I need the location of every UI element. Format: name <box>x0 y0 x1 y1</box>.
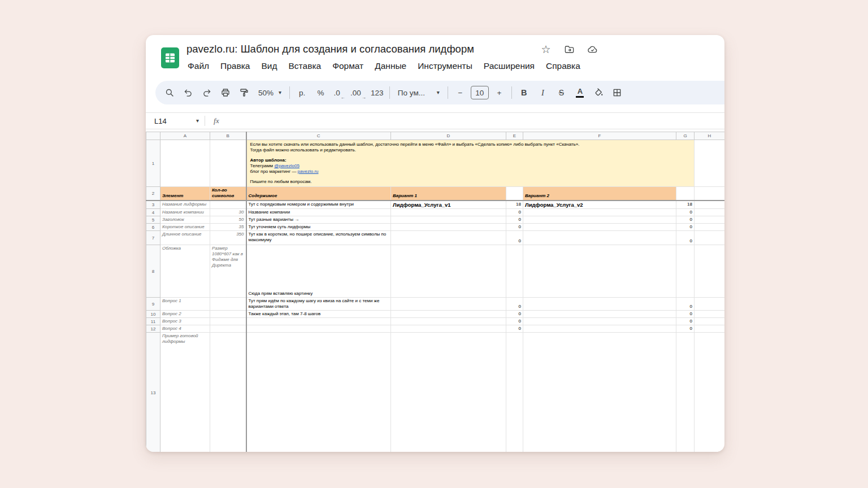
row-header[interactable]: 13 <box>146 333 160 452</box>
number-format-button[interactable]: 123 <box>368 84 387 101</box>
row-header[interactable]: 7 <box>146 231 160 245</box>
paint-format-button[interactable] <box>235 84 253 101</box>
cell[interactable]: 30 <box>210 209 246 216</box>
cell[interactable] <box>246 333 391 452</box>
increase-font-size-button[interactable]: + <box>490 84 509 101</box>
decrease-font-size-button[interactable]: − <box>451 84 470 101</box>
row-header[interactable]: 5 <box>146 216 160 224</box>
row-header[interactable]: 11 <box>146 318 160 325</box>
cell[interactable]: Тут прям идём по каждому шагу из квиза н… <box>246 298 391 311</box>
cell[interactable]: 0 <box>676 224 695 231</box>
zoom-select[interactable]: 50% ▾ <box>253 84 287 101</box>
header-cell-char-count[interactable]: Кол-во символов <box>210 187 246 201</box>
select-all-corner[interactable] <box>146 132 160 140</box>
cell[interactable] <box>695 333 725 452</box>
blog-link[interactable]: pavezlo.ru <box>298 169 319 174</box>
cell[interactable]: Тут уточняем суть лидформы <box>246 224 391 231</box>
header-cell-variant1[interactable]: Вариант 1 <box>391 187 506 201</box>
menu-format[interactable]: Формат <box>327 59 369 73</box>
cell[interactable] <box>391 231 506 245</box>
undo-button[interactable] <box>179 84 197 101</box>
bold-button[interactable]: B <box>515 84 533 101</box>
cell[interactable]: 0 <box>506 209 523 216</box>
cell[interactable] <box>676 333 695 452</box>
header-cell-content[interactable]: Содержимое <box>246 187 391 201</box>
cell[interactable]: 0 <box>506 311 523 318</box>
cell[interactable]: 0 <box>676 209 695 216</box>
cell[interactable]: 0 <box>676 216 695 224</box>
cell[interactable] <box>523 298 676 311</box>
cell[interactable] <box>391 216 506 224</box>
cell[interactable]: Вопрос 4 <box>160 325 210 333</box>
cell[interactable]: 0 <box>676 318 695 325</box>
cell[interactable] <box>391 245 506 298</box>
cell[interactable] <box>210 325 246 333</box>
row-header[interactable]: 4 <box>146 209 160 216</box>
cell[interactable] <box>695 140 725 187</box>
cell[interactable]: 0 <box>506 224 523 231</box>
cell[interactable]: Обложка <box>160 245 210 298</box>
menu-help[interactable]: Справка <box>540 59 586 73</box>
cell[interactable]: Также каждый этап, там 7-8 шагов <box>246 311 391 318</box>
column-header-b[interactable]: B <box>210 132 246 140</box>
menu-view[interactable]: Вид <box>255 59 283 73</box>
document-status-cloud-icon[interactable] <box>587 43 598 55</box>
percent-format-button[interactable]: % <box>311 84 330 101</box>
row-header[interactable]: 9 <box>146 298 160 311</box>
cell[interactable] <box>695 245 725 298</box>
cell[interactable] <box>391 209 506 216</box>
font-family-select[interactable]: По ум... ▾ <box>393 84 445 101</box>
cell[interactable] <box>246 325 391 333</box>
cell[interactable]: Вопрос 1 <box>160 298 210 311</box>
row-header[interactable]: 8 <box>146 245 160 298</box>
cell[interactable] <box>160 140 210 187</box>
cell[interactable] <box>695 318 725 325</box>
header-cell-element[interactable]: Элемент <box>160 187 210 201</box>
column-header-f[interactable]: F <box>523 132 676 140</box>
cell[interactable] <box>695 231 725 245</box>
text-color-button[interactable]: A <box>571 84 589 101</box>
cell[interactable]: Длинное описание <box>160 231 210 245</box>
column-header-a[interactable]: A <box>160 132 210 140</box>
cell[interactable] <box>695 311 725 318</box>
row-header[interactable]: 2 <box>146 187 160 201</box>
cell[interactable] <box>506 187 523 201</box>
menu-file[interactable]: Файл <box>182 59 215 73</box>
cell[interactable] <box>523 325 676 333</box>
menu-data[interactable]: Данные <box>369 59 412 73</box>
cell[interactable] <box>523 216 676 224</box>
menu-edit[interactable]: Правка <box>215 59 255 73</box>
column-header-d[interactable]: D <box>391 132 506 140</box>
cell[interactable]: Короткое описание <box>160 224 210 231</box>
row-header[interactable]: 10 <box>146 311 160 318</box>
cell[interactable]: Тут как в коротком, но пошире описание, … <box>246 231 391 245</box>
cell[interactable] <box>391 325 506 333</box>
cell[interactable] <box>391 333 506 452</box>
column-header-e[interactable]: E <box>506 132 523 140</box>
header-cell-variant2[interactable]: Вариант 2 <box>523 187 676 201</box>
cell[interactable] <box>210 333 246 452</box>
decrease-decimals-button[interactable]: .0← <box>330 84 349 101</box>
cell[interactable] <box>210 140 246 187</box>
cell[interactable]: 0 <box>676 298 695 311</box>
font-size-input[interactable]: 10 <box>471 86 489 99</box>
cell[interactable] <box>695 209 725 216</box>
cell[interactable]: 0 <box>506 231 523 245</box>
note-cell[interactable]: Если вы хотите скачать или использовать … <box>246 140 695 187</box>
formula-input[interactable] <box>219 113 724 129</box>
cell[interactable]: 350 <box>210 231 246 245</box>
cell[interactable] <box>210 201 246 209</box>
cell[interactable]: 0 <box>676 325 695 333</box>
star-icon[interactable]: ☆ <box>540 43 552 55</box>
cell[interactable]: Размер 1080*607 как в Фиджме для Директа <box>210 245 246 298</box>
menu-insert[interactable]: Вставка <box>283 59 327 73</box>
cell[interactable]: 0 <box>676 311 695 318</box>
cell[interactable] <box>210 311 246 318</box>
cell[interactable] <box>695 298 725 311</box>
cell[interactable]: Вопрос 2 <box>160 311 210 318</box>
cell[interactable]: 0 <box>506 216 523 224</box>
row-header[interactable]: 12 <box>146 325 160 333</box>
document-title[interactable]: pavezlo.ru: Шаблон для создания и соглас… <box>186 43 474 55</box>
cell[interactable] <box>523 311 676 318</box>
cell[interactable] <box>523 318 676 325</box>
